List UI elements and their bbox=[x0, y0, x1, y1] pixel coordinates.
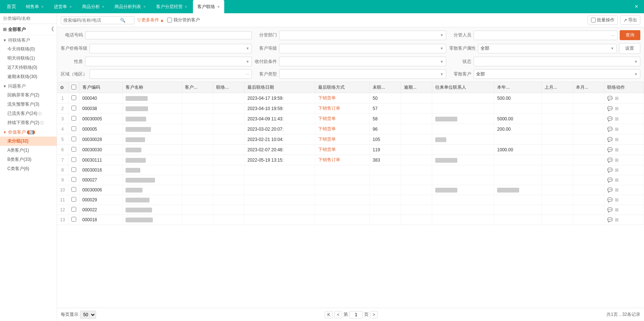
price-level-select[interactable]: ▼ bbox=[89, 44, 252, 53]
message-icon[interactable]: 💬 bbox=[607, 96, 613, 101]
zero-retail-select[interactable]: 全部 ▼ bbox=[474, 69, 640, 79]
row-checkbox-cell[interactable] bbox=[68, 185, 79, 195]
message-icon[interactable]: 💬 bbox=[607, 207, 613, 212]
contact-method-link[interactable]: 下销售订单 bbox=[318, 157, 340, 162]
nav-tab-sales-close[interactable]: × bbox=[41, 4, 43, 9]
contact-method-link[interactable]: 下销货单 bbox=[318, 95, 336, 100]
row-checkbox-cell[interactable] bbox=[68, 114, 79, 124]
nav-tab-sales[interactable]: 销售单 × bbox=[21, 0, 48, 13]
nav-tab-goods-list[interactable]: 商品分析列表 × bbox=[110, 0, 150, 13]
nav-tab-customer-ops-close[interactable]: × bbox=[185, 4, 187, 9]
grid-action-icon[interactable]: ⊞ bbox=[615, 147, 619, 152]
last-contact-method[interactable] bbox=[315, 175, 369, 185]
message-icon[interactable]: 💬 bbox=[607, 177, 613, 183]
batch-checkbox[interactable] bbox=[591, 18, 596, 22]
th-gear[interactable]: ⚙ bbox=[57, 82, 68, 93]
row-checkbox-cell[interactable] bbox=[68, 165, 79, 175]
row-checkbox[interactable] bbox=[71, 187, 76, 192]
search-icon[interactable]: 🔍 bbox=[120, 18, 126, 23]
grid-action-icon[interactable]: ⊞ bbox=[615, 116, 619, 121]
last-contact-method[interactable] bbox=[315, 185, 369, 195]
grid-action-icon[interactable]: ⊞ bbox=[615, 127, 619, 132]
row-checkbox-cell[interactable] bbox=[68, 195, 79, 205]
last-contact-method[interactable]: 下销售订单 bbox=[315, 103, 369, 114]
last-contact-method[interactable] bbox=[315, 165, 369, 175]
contact-method-link[interactable]: 下销货单 bbox=[318, 147, 336, 152]
nav-tab-customer-contact[interactable]: 客户联络 × bbox=[193, 0, 224, 13]
row-checkbox[interactable] bbox=[71, 207, 76, 212]
nav-tab-goods-analysis-close[interactable]: × bbox=[102, 4, 104, 9]
message-icon[interactable]: 💬 bbox=[607, 167, 613, 173]
sidebar-search-box[interactable]: 🔍 bbox=[0, 13, 57, 24]
sidebar-item-7days-pending[interactable]: 近7天待联络(0) bbox=[0, 63, 57, 72]
sidebar-group-problem[interactable]: ▼ 问题客户 bbox=[0, 81, 57, 91]
per-page-select[interactable]: 50 bbox=[80, 311, 96, 319]
more-conditions-button[interactable]: ▽ 更多条件 ▲ bbox=[137, 17, 164, 23]
message-icon[interactable]: 💬 bbox=[607, 116, 613, 121]
sidebar-item-repurchase-abnormal[interactable]: 回购异常客户(2) bbox=[0, 91, 57, 100]
row-checkbox-cell[interactable] bbox=[68, 145, 79, 155]
zero-retail-attr-select[interactable]: 全部 ▼ bbox=[478, 44, 617, 53]
message-icon[interactable]: 💬 bbox=[607, 187, 613, 193]
nav-tab-customer-ops[interactable]: 客户分层经营 × bbox=[152, 0, 191, 13]
sidebar-item-churn-warning[interactable]: 流失预警客户(3) bbox=[0, 100, 57, 109]
grid-action-icon[interactable]: ⊞ bbox=[615, 106, 619, 111]
export-button[interactable]: ↗ 导出 bbox=[620, 15, 640, 25]
category-search-input[interactable] bbox=[3, 16, 57, 21]
message-icon[interactable]: 💬 bbox=[607, 147, 613, 152]
sidebar-item-overdue-pending[interactable]: 逾期未联络(30) bbox=[0, 72, 57, 81]
row-checkbox[interactable] bbox=[71, 177, 76, 182]
area-dots[interactable]: ··· bbox=[246, 71, 249, 77]
row-checkbox-cell[interactable] bbox=[68, 175, 79, 185]
payment-select[interactable]: ▼ bbox=[279, 57, 446, 66]
row-checkbox-cell[interactable] bbox=[68, 134, 79, 145]
customer-level-select[interactable]: ▼ bbox=[279, 44, 446, 53]
my-customers-checkbox-label[interactable]: 我分管的客户 bbox=[167, 17, 200, 23]
sidebar-collapse-button[interactable]: 《 bbox=[49, 26, 54, 33]
query-button[interactable]: 查询 bbox=[620, 30, 640, 40]
row-checkbox[interactable] bbox=[71, 157, 76, 162]
close-all-tabs-button[interactable]: × bbox=[632, 3, 641, 10]
row-checkbox-cell[interactable] bbox=[68, 155, 79, 165]
nav-tab-customer-contact-close[interactable]: × bbox=[217, 4, 219, 9]
sidebar-item-today-pending[interactable]: 今天待联络(0) bbox=[0, 45, 57, 54]
grid-action-icon[interactable]: ⊞ bbox=[615, 158, 619, 163]
select-all-checkbox[interactable] bbox=[71, 85, 76, 89]
sidebar-item-class-a[interactable]: A类客户(1) bbox=[0, 146, 57, 155]
message-icon[interactable]: 💬 bbox=[607, 106, 613, 111]
sidebar-group-value[interactable]: ▼ 价值客户 🔄 bbox=[0, 127, 57, 137]
row-checkbox[interactable] bbox=[71, 95, 76, 100]
row-checkbox[interactable] bbox=[71, 106, 76, 110]
last-contact-method[interactable]: 下销货单 bbox=[315, 134, 369, 145]
nav-tab-purchase[interactable]: 进货单 × bbox=[49, 0, 76, 13]
row-checkbox[interactable] bbox=[71, 147, 76, 152]
contact-method-link[interactable]: 下销货单 bbox=[318, 116, 336, 121]
contact-method-link[interactable]: 下销货单 bbox=[318, 137, 336, 142]
last-contact-method[interactable] bbox=[315, 215, 369, 225]
sidebar-item-tomorrow-pending[interactable]: 明天待联络(1) bbox=[0, 54, 57, 63]
area-select[interactable]: ··· bbox=[89, 69, 252, 79]
sidebar-item-class-c[interactable]: C类客户(6) bbox=[0, 164, 57, 173]
first-page-button[interactable]: K bbox=[325, 311, 333, 318]
current-page-input[interactable] bbox=[349, 311, 363, 318]
row-checkbox[interactable] bbox=[71, 116, 76, 121]
contact-method-link[interactable]: 下销售订单 bbox=[318, 106, 340, 111]
row-checkbox-cell[interactable] bbox=[68, 103, 79, 114]
last-contact-method[interactable]: 下销售订单 bbox=[315, 155, 369, 165]
row-checkbox-cell[interactable] bbox=[68, 205, 79, 215]
search-box[interactable]: 🔍 bbox=[61, 16, 134, 24]
last-contact-method[interactable] bbox=[315, 205, 369, 215]
message-icon[interactable]: 💬 bbox=[607, 127, 613, 132]
phone-input[interactable] bbox=[85, 31, 252, 39]
nav-tab-goods-list-close[interactable]: × bbox=[143, 4, 145, 9]
grid-action-icon[interactable]: ⊞ bbox=[615, 137, 619, 142]
message-icon[interactable]: 💬 bbox=[607, 217, 613, 222]
manager-select[interactable]: ··· bbox=[474, 31, 617, 40]
row-checkbox[interactable] bbox=[71, 126, 76, 131]
grid-action-icon[interactable]: ⊞ bbox=[615, 177, 619, 183]
nav-tab-goods-analysis[interactable]: 商品分析 × bbox=[78, 0, 109, 13]
row-checkbox-cell[interactable] bbox=[68, 93, 79, 103]
row-checkbox[interactable] bbox=[71, 137, 76, 141]
row-checkbox-cell[interactable] bbox=[68, 124, 79, 134]
nature-select[interactable]: ▼ bbox=[85, 57, 252, 66]
